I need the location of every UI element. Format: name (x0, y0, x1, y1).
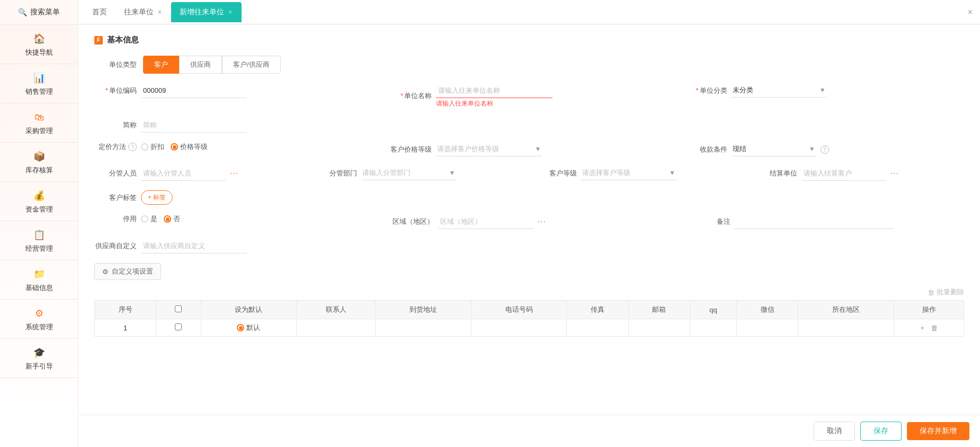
pricing-info-icon[interactable]: ? (128, 143, 137, 151)
customer-level-select[interactable]: 请选择客户等级 ▼ (581, 166, 676, 180)
dept-select[interactable]: 请输入分管部门 ▼ (361, 166, 457, 180)
region-input[interactable] (438, 214, 533, 229)
sidebar-item-label: 销售管理 (25, 87, 53, 97)
settlement-input[interactable] (801, 166, 886, 181)
manager-more-btn[interactable]: ··· (230, 169, 238, 178)
pricing-radio-level[interactable]: 价格等级 (171, 142, 208, 152)
sidebar-item-label: 经营管理 (25, 244, 53, 253)
col-phone: 电话号码 (471, 301, 567, 319)
form-content: F 基本信息 单位类型 客户 供应商 客户/供应商 *单位编码 (78, 24, 980, 415)
tag-group: 客户标签 + 标签 (94, 190, 964, 205)
disable-no-radio[interactable]: 否 (164, 214, 180, 224)
select-all-checkbox[interactable] (175, 305, 182, 312)
row-default-radio[interactable]: 默认 (207, 323, 291, 332)
sidebar-item-finance[interactable]: 💰 资金管理 (0, 182, 78, 221)
row-checkbox[interactable] (156, 319, 201, 337)
col-email: 邮箱 (628, 301, 690, 319)
required-star: * (105, 86, 108, 94)
close-all-tabs[interactable]: × (966, 5, 975, 19)
row-delete-btn[interactable]: 🗑 (931, 324, 938, 332)
tab-home-label: 首页 (92, 7, 107, 17)
sidebar-item-newbie[interactable]: 🎓 新手引导 (0, 339, 78, 378)
table-row: 1 默认 (95, 319, 964, 337)
tab-home[interactable]: 首页 (84, 2, 115, 22)
sidebar-item-system[interactable]: ⚙ 系统管理 (0, 300, 78, 339)
sidebar-item-inventory[interactable]: 📦 库存核算 (0, 143, 78, 182)
base-info-icon: 📁 (32, 267, 47, 282)
custom-settings-button[interactable]: ⚙ 自定义项设置 (94, 263, 161, 280)
col-default: 设为默认 (201, 301, 297, 319)
sidebar-item-label: 采购管理 (25, 126, 53, 136)
payment-terms-select[interactable]: 现结 ▼ (732, 142, 816, 156)
col-checkbox[interactable] (156, 301, 201, 319)
remark-input[interactable] (735, 214, 894, 229)
row-wechat (737, 319, 798, 337)
pricing-level-label: 价格等级 (180, 142, 208, 152)
add-tag-button[interactable]: + 标签 (141, 190, 173, 205)
sidebar-item-operations[interactable]: 📋 经营管理 (0, 221, 78, 260)
col-address: 到货地址 (375, 301, 471, 319)
unit-type-label: 单位类型 (94, 60, 137, 69)
unit-type-btn-supplier[interactable]: 供应商 (179, 56, 222, 74)
sidebar-item-base-info[interactable]: 📁 基础信息 (0, 260, 78, 300)
disable-no-label: 否 (173, 214, 180, 224)
save-button[interactable]: 保存 (860, 422, 902, 441)
unit-category-label: *单位分类 (685, 86, 727, 95)
newbie-icon: 🎓 (32, 345, 47, 360)
sidebar-item-quick-nav[interactable]: 🏠 快捷导航 (0, 25, 78, 64)
payment-info-icon[interactable]: ? (821, 145, 829, 154)
tab-partner[interactable]: 往来单位 × (115, 2, 171, 22)
customer-price-level-label: 客户价格等级 (389, 145, 432, 154)
batch-delete-label[interactable]: 批量删除 (937, 287, 964, 297)
short-name-input[interactable] (141, 118, 247, 133)
row-action[interactable]: + 🗑 (894, 319, 964, 337)
unit-code-input[interactable] (141, 83, 247, 98)
tab-partner-close[interactable]: × (157, 8, 163, 16)
row-add-btn[interactable]: + (920, 324, 924, 332)
short-name-label: 简称 (94, 120, 137, 130)
col-wechat: 微信 (737, 301, 798, 319)
section-icon: F (94, 36, 103, 45)
manager-input[interactable] (141, 166, 226, 181)
unit-type-btn-both[interactable]: 客户/供应商 (222, 56, 281, 74)
supplier-custom-input[interactable] (141, 239, 247, 253)
pricing-radio-discount[interactable]: 折扣 (141, 142, 164, 152)
tab-new-partner-close[interactable]: × (227, 8, 233, 16)
pricing-row: 定价方法 ? 折扣 价格等级 客户价格 (94, 142, 964, 156)
row-fax (567, 319, 628, 337)
customer-price-level-placeholder: 请选择客户价格等级 (437, 144, 532, 154)
remark-group: 备注 (688, 214, 964, 229)
settlement-group: 结算单位 ··· (755, 166, 965, 181)
region-more-btn[interactable]: ··· (538, 217, 546, 226)
supplier-custom-group: 供应商自定义 (94, 239, 964, 253)
dept-placeholder: 请输入分管部门 (362, 168, 447, 178)
unit-category-select[interactable]: 未分类 ▼ (732, 83, 827, 98)
search-icon: 🔍 (18, 8, 27, 16)
section-header: F 基本信息 (94, 35, 964, 45)
gear-icon: ⚙ (102, 268, 109, 276)
unit-type-buttons: 客户 供应商 客户/供应商 (143, 56, 281, 74)
sidebar-item-purchase[interactable]: 🛍 采购管理 (0, 103, 78, 143)
tab-bar: 首页 往来单位 × 新增往来单位 × × (78, 0, 980, 24)
sidebar-search[interactable]: 🔍 搜索菜单 (0, 0, 78, 25)
quick-nav-icon: 🏠 (32, 31, 47, 46)
radio-discount-circle (141, 143, 148, 151)
chevron-price-level-icon: ▼ (534, 145, 541, 153)
disable-radio-group: 是 否 (141, 214, 180, 224)
unit-name-input[interactable] (436, 83, 553, 98)
settlement-more-btn[interactable]: ··· (890, 169, 899, 178)
sidebar-item-sales[interactable]: 📊 销售管理 (0, 64, 78, 103)
disable-yes-radio[interactable]: 是 (141, 214, 157, 224)
tab-new-partner[interactable]: 新增往来单位 × (171, 2, 242, 22)
purchase-icon: 🛍 (32, 110, 47, 125)
row-default[interactable]: 默认 (201, 319, 297, 337)
row-default-radio-circle (237, 324, 244, 331)
cancel-button[interactable]: 取消 (814, 422, 855, 441)
row-checkbox-input[interactable] (175, 323, 182, 330)
save-new-button[interactable]: 保存并新增 (907, 422, 969, 440)
customer-level-label: 客户等级 (534, 169, 577, 178)
customer-price-level-select[interactable]: 请选择客户价格等级 ▼ (436, 142, 542, 156)
settlement-label: 结算单位 (755, 169, 797, 178)
unit-type-btn-customer[interactable]: 客户 (143, 56, 179, 74)
row-contact (297, 319, 376, 337)
